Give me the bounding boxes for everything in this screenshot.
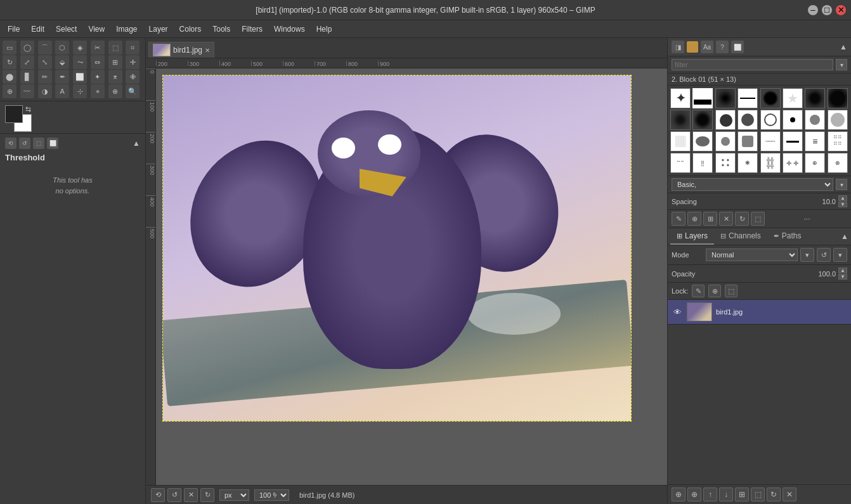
- foreground-select-tool[interactable]: ⬚: [108, 41, 122, 55]
- menu-item-colors[interactable]: Colors: [174, 23, 207, 36]
- brush-add-button[interactable]: ⊕: [687, 212, 701, 226]
- brush-item[interactable]: [760, 110, 781, 130]
- brush-item[interactable]: ⠛⠛⠛⠛: [828, 131, 848, 152]
- brush-item[interactable]: [737, 88, 758, 108]
- brush-item[interactable]: [737, 110, 758, 130]
- swap-colors-button[interactable]: ⇆: [25, 105, 31, 113]
- brush-item[interactable]: [715, 131, 736, 152]
- menu-item-edit[interactable]: Edit: [26, 23, 49, 36]
- mode-dropdown-btn[interactable]: ▾: [800, 248, 814, 262]
- pencil-tool[interactable]: ✏: [38, 70, 52, 84]
- brush-icon-3[interactable]: Aa: [701, 41, 713, 53]
- anchor-layer-button[interactable]: ⬚: [751, 488, 765, 501]
- brush-filter-input[interactable]: [672, 59, 833, 70]
- lock-pixels-button[interactable]: ✎: [692, 285, 705, 297]
- brush-icon-5[interactable]: ⬜: [731, 41, 744, 53]
- align-tool[interactable]: ⊞: [108, 55, 122, 69]
- opacity-increment[interactable]: ▲: [838, 268, 847, 273]
- merge-layers-button[interactable]: ↻: [767, 488, 781, 501]
- preset-dropdown[interactable]: Basic,: [672, 178, 833, 191]
- brush-item[interactable]: [715, 110, 736, 130]
- layer-up-button[interactable]: ↑: [703, 488, 717, 501]
- spacing-decrement[interactable]: ▼: [838, 202, 847, 207]
- tab-close-button[interactable]: ✕: [205, 47, 210, 54]
- tab-paths[interactable]: ✒ Paths: [767, 228, 808, 245]
- brush-item[interactable]: [783, 110, 803, 130]
- brush-item[interactable]: [760, 88, 781, 108]
- layer-row[interactable]: 👁 bird1.jpg: [668, 300, 851, 325]
- rect-select-tool[interactable]: ▭: [3, 41, 16, 55]
- ink-tool[interactable]: ⌆: [108, 70, 122, 84]
- zoom-tool[interactable]: ⊕: [108, 84, 122, 98]
- raise-layer-button[interactable]: ⊕: [687, 488, 701, 501]
- more-button[interactable]: ···: [803, 214, 810, 223]
- brush-item[interactable]: ★: [783, 88, 803, 108]
- menu-item-select[interactable]: Select: [51, 23, 82, 36]
- brush-icon-2[interactable]: [687, 41, 698, 53]
- menu-item-help[interactable]: Help: [311, 23, 337, 36]
- airbrush-tool[interactable]: ✦: [91, 70, 105, 84]
- menu-item-windows[interactable]: Windows: [269, 23, 310, 36]
- menu-item-tools[interactable]: Tools: [207, 23, 235, 36]
- mode-reset-button[interactable]: ↺: [817, 248, 831, 262]
- image-tab[interactable]: bird1.jpg ✕: [148, 42, 214, 58]
- opacity-decrement[interactable]: ▼: [838, 274, 847, 280]
- brush-item[interactable]: ✦: [670, 88, 691, 108]
- brush-edit-button[interactable]: ✎: [672, 212, 685, 226]
- brush-item-selected[interactable]: [692, 88, 713, 108]
- duplicate-layer-button[interactable]: ⊞: [735, 488, 749, 501]
- brush-item[interactable]: ✦ ✦✦ ✦: [715, 153, 736, 173]
- brush-reset-button[interactable]: ↻: [735, 212, 749, 226]
- fuzzy-select-tool[interactable]: ⬡: [55, 41, 69, 55]
- brush-copy-button[interactable]: ⊞: [703, 212, 717, 226]
- layer-down-button[interactable]: ↓: [719, 488, 733, 501]
- brush-item[interactable]: [737, 131, 758, 152]
- menu-item-layer[interactable]: Layer: [144, 23, 173, 36]
- tool-opt-icon-4[interactable]: ⬜: [47, 138, 58, 149]
- preset-dropdown-btn[interactable]: ▾: [836, 179, 847, 190]
- heal-tool[interactable]: ✙: [126, 70, 140, 84]
- brush-item[interactable]: [715, 88, 736, 108]
- ellipse-select-tool[interactable]: ◯: [20, 41, 34, 55]
- minimize-button[interactable]: –: [808, 5, 818, 15]
- zoom-selector[interactable]: 100 % 50 % 200 %: [254, 489, 289, 501]
- layers-maximize-button[interactable]: ▲: [841, 232, 848, 241]
- scale-tool[interactable]: ⤢: [20, 55, 34, 69]
- brush-item[interactable]: ░░░░░░: [670, 131, 691, 152]
- close-button[interactable]: ✕: [836, 5, 846, 15]
- brush-item[interactable]: ✛ ✛: [783, 153, 803, 173]
- brush-item[interactable]: [692, 131, 713, 152]
- menu-item-view[interactable]: View: [83, 23, 110, 36]
- unit-selector[interactable]: px % mm: [219, 489, 249, 501]
- brushes-maximize-button[interactable]: ▲: [840, 42, 847, 51]
- tool-opt-icon-3[interactable]: ⬚: [33, 138, 44, 149]
- rotate-tool[interactable]: ↻: [3, 55, 16, 69]
- bucket-fill-tool[interactable]: ⬤: [3, 70, 16, 84]
- scissors-select-tool[interactable]: ✂: [91, 41, 105, 55]
- brush-item[interactable]: ❋: [737, 153, 758, 173]
- crop-tool[interactable]: ⌗: [126, 41, 140, 55]
- color-picker-tool[interactable]: ⊹: [73, 84, 87, 98]
- foreground-color[interactable]: [5, 105, 23, 123]
- menu-item-filters[interactable]: Filters: [237, 23, 268, 36]
- status-icon-4[interactable]: ↻: [200, 488, 214, 502]
- shear-tool[interactable]: ⤡: [38, 55, 52, 69]
- flip-tool[interactable]: ⇔: [91, 55, 105, 69]
- magnify-tool[interactable]: 🔍: [126, 84, 140, 98]
- status-icon-cancel[interactable]: ✕: [184, 488, 198, 502]
- brush-item[interactable]: [805, 110, 825, 130]
- brush-export-button[interactable]: ⬚: [751, 212, 765, 226]
- brush-item[interactable]: [805, 88, 825, 108]
- lock-position-button[interactable]: ⊕: [708, 285, 721, 297]
- tool-options-maximize[interactable]: ▲: [133, 139, 140, 148]
- smudge-tool[interactable]: 〰: [20, 84, 34, 98]
- brush-filter-dropdown[interactable]: ▾: [836, 59, 847, 70]
- brush-item[interactable]: [783, 131, 803, 152]
- clone-tool[interactable]: ⊕: [3, 84, 16, 98]
- brush-icon-1[interactable]: ◨: [672, 41, 684, 53]
- brush-item[interactable]: ⠉⠉: [670, 153, 691, 173]
- blend-tool[interactable]: ▊: [20, 70, 34, 84]
- paintbrush-tool[interactable]: ✒: [55, 70, 69, 84]
- tab-layers[interactable]: ⊞ Layers: [670, 228, 714, 245]
- lock-alpha-button[interactable]: ⬚: [725, 285, 737, 297]
